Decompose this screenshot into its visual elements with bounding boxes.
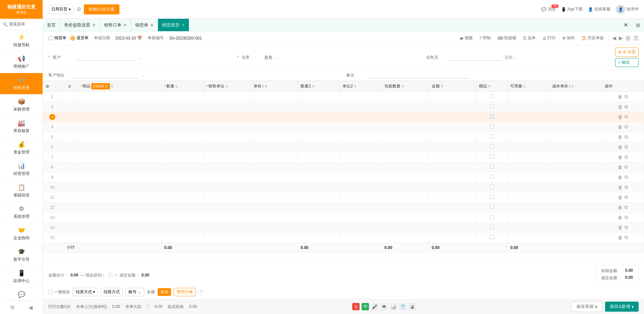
available-cell[interactable] — [507, 112, 549, 122]
sort-product-icon[interactable]: ⇅ — [111, 84, 113, 88]
copy-row-icon[interactable]: ⧉ — [625, 184, 628, 190]
help-btn[interactable]: ? 帮助 — [477, 34, 493, 42]
copy-row-icon[interactable]: ⧉ — [625, 134, 628, 140]
delete-row-icon[interactable]: 🗑 — [618, 154, 623, 160]
tab-sales-order[interactable]: 销售订单 ✕ — [100, 19, 131, 31]
delete-row-icon[interactable]: 🗑 — [618, 94, 623, 100]
footer-icon-5[interactable]: 📊 — [390, 303, 397, 310]
footer-icon-6[interactable]: 👕 — [399, 303, 407, 310]
sidebar-item-finance[interactable]: 💰 资金管理 — [0, 137, 43, 159]
online-service-btn[interactable]: 👤 在线客服 — [588, 6, 610, 12]
sort-qty-icon[interactable]: ⇅ — [175, 84, 178, 88]
sidebar-item-system[interactable]: ⚙ 系统管理 — [0, 202, 43, 223]
sort-amount-icon[interactable]: ⇅ — [440, 84, 443, 88]
tab-price-setting[interactable]: 售价提取设置 ✕ — [60, 19, 100, 31]
sort-gift-icon[interactable]: ⇅ — [488, 84, 490, 88]
gift-cell[interactable] — [476, 92, 507, 102]
qty2-cell[interactable] — [298, 92, 340, 102]
add-row-btn[interactable]: + — [49, 114, 55, 120]
actions-btn[interactable]: ⚙ 操作 — [560, 34, 577, 42]
delete-row-icon[interactable]: 🗑 — [618, 114, 623, 120]
delete-row-icon[interactable]: 🗑 — [618, 124, 623, 130]
price-cell[interactable] — [251, 102, 298, 112]
search-menu[interactable]: 🔍 搜索菜单 — [0, 19, 43, 30]
copy-row-icon[interactable]: ⧉ — [625, 174, 628, 180]
tab-sales-delivery[interactable]: 销货单 ✕ — [131, 19, 158, 31]
trial-btn[interactable]: 体验行业方案 — [84, 4, 119, 14]
add-payment-btn[interactable]: 添加 — [158, 288, 171, 296]
sidebar-item-apps[interactable]: 📱 应用中心 — [0, 266, 43, 288]
copy-row-icon[interactable]: ⧉ — [625, 114, 628, 120]
delete-row-icon[interactable]: 🗑 — [618, 215, 623, 220]
list-view-icon[interactable]: ☰ — [633, 35, 639, 42]
unit2-cell[interactable] — [340, 102, 382, 112]
available-cell[interactable] — [507, 102, 549, 112]
sidebar-item-wechat[interactable]: 💬 企业微信 — [0, 288, 43, 301]
cost-cell[interactable] — [549, 102, 602, 112]
cost-cell[interactable] — [549, 112, 602, 122]
settings-float-btn[interactable]: ⚙ ⚙ 设置 — [615, 48, 639, 57]
add-logistics-btn[interactable]: + 物流 — [615, 58, 639, 67]
one-click-payment-cb[interactable]: 一键收款 — [48, 289, 70, 295]
pkg-cell[interactable] — [382, 92, 429, 102]
sidebar-item-shortcut[interactable]: ⚡ 快捷导航 — [0, 30, 43, 52]
video-btn[interactable]: ▶ 视频 — [459, 34, 475, 42]
footer-icon-3[interactable]: 🎤 — [371, 303, 378, 310]
qty-cell[interactable] — [161, 102, 203, 112]
header-settings-icon[interactable]: ⚙ — [76, 6, 81, 12]
address-more-btn[interactable]: ... — [141, 73, 144, 78]
sort-unit2-icon[interactable]: ⇅ — [354, 84, 356, 88]
product-cell-active[interactable] — [77, 112, 161, 122]
select-btn[interactable]: ☰ 选单 — [521, 34, 538, 42]
customer-more-btn[interactable]: ... — [139, 55, 142, 60]
sort-cost-icon[interactable]: ⇅ — [571, 84, 574, 88]
sort-qty2-icon[interactable]: ⇅ — [312, 84, 314, 88]
tab-price-setting-close[interactable]: ✕ — [92, 23, 96, 27]
th-settings[interactable]: ⚙ — [43, 81, 62, 92]
calendar-icon[interactable]: 📅 — [137, 36, 142, 41]
copy-row-icon[interactable]: ⧉ — [625, 154, 628, 160]
collapse-icon[interactable]: ◀ — [29, 304, 33, 311]
footer-icon-7[interactable]: 🖨 — [409, 303, 416, 310]
staff-input[interactable] — [449, 54, 502, 61]
qty-cell[interactable] — [161, 112, 203, 122]
grid-view-icon[interactable]: ⊞ — [626, 35, 631, 42]
unit2-cell[interactable] — [340, 112, 382, 122]
tab-home[interactable]: 首页 — [43, 19, 60, 31]
address-input[interactable] — [71, 72, 138, 78]
save-draft-btn[interactable]: 保存草稿 ▾ — [571, 301, 602, 312]
radio-delivery[interactable]: 销货单 — [48, 35, 66, 41]
remark-input[interactable] — [369, 72, 470, 78]
sort-unit-icon[interactable]: ⇅ — [225, 84, 228, 88]
copy-row-icon[interactable]: ⧉ — [625, 94, 628, 100]
close-all-tabs-btn[interactable]: ✕ — [620, 19, 632, 31]
qty-cell[interactable] — [161, 92, 203, 102]
settings-bottom-icon[interactable]: ⚙ — [10, 304, 15, 311]
settlement-select[interactable]: 结算方式 ▾ — [73, 288, 98, 296]
footer-icon-4[interactable]: 👁 — [380, 303, 388, 310]
cost-cell[interactable] — [549, 92, 602, 102]
sidebar-item-inventory[interactable]: 🏭 库存核算 — [0, 116, 43, 137]
copy-row-icon[interactable]: ⧉ — [625, 164, 628, 170]
sidebar-item-purchase[interactable]: 📦 采购管理 — [0, 95, 43, 116]
price-cell[interactable] — [251, 92, 298, 102]
customer-input[interactable] — [75, 54, 136, 61]
tab-sales-return[interactable]: 销货退货 ✕ — [158, 19, 189, 31]
product-cell[interactable] — [77, 102, 161, 112]
delete-row-icon[interactable]: 🗑 — [618, 195, 623, 200]
warehouse-more-btn[interactable]: ... — [275, 55, 278, 60]
nav-prev-icon[interactable]: ◀ — [612, 35, 616, 41]
gift-cell[interactable] — [476, 112, 507, 122]
sidebar-item-marketing[interactable]: 📢 营销推广 — [0, 52, 43, 73]
sidebar-item-sales[interactable]: 🛒 销售管理 — [0, 73, 43, 95]
sidebar-item-operation[interactable]: 📊 经营管理 — [0, 159, 43, 180]
tab-sales-order-close[interactable]: ✕ — [123, 23, 127, 27]
date-value[interactable]: 2023-03-20 — [115, 36, 136, 41]
account-select[interactable]: 账号 ... — [125, 288, 144, 296]
pkg-cell[interactable] — [382, 112, 429, 122]
history-btn[interactable]: 📜 历史单据 — [580, 34, 606, 42]
product-cell[interactable] — [77, 92, 161, 102]
delete-row-icon[interactable]: 🗑 — [618, 175, 623, 180]
delete-row-icon[interactable]: 🗑 — [618, 144, 623, 150]
pkg-cell[interactable] — [382, 102, 429, 112]
